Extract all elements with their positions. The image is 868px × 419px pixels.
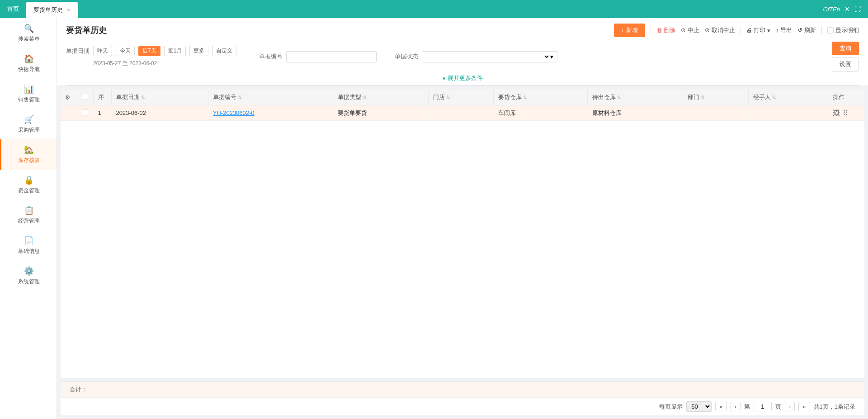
delete-button[interactable]: 🗑 删除 (656, 26, 676, 34)
main-layout: 🔍 搜索菜单 🏠 快捷导航 📊 销售管理 🛒 采购管理 🏡 库存核算 🔒 资金管… (0, 18, 868, 419)
no-sort-icon[interactable]: ⇅ (238, 95, 242, 100)
sidebar-label-nav: 快捷导航 (18, 66, 40, 73)
cancel-stop-button[interactable]: ⊘ 取消中止 (705, 26, 735, 34)
row-settings (61, 105, 77, 121)
display-cols-label: 显示明细 (835, 26, 859, 34)
billno-filter-label: 单据编号 (259, 52, 283, 61)
date-btn-today[interactable]: 今天 (116, 46, 135, 56)
th-ops: 操作 (828, 90, 864, 105)
settings-button[interactable]: 设置 (832, 57, 859, 71)
tab-bill-history[interactable]: 要货单历史 ✕ (26, 2, 78, 18)
sidebar-item-system[interactable]: ⚙️ 系统管理 (0, 261, 57, 291)
row-no[interactable]: YH-20230602-0 (208, 105, 333, 121)
inventory-icon: 🏡 (24, 145, 34, 155)
billno-input[interactable] (286, 51, 377, 62)
query-button[interactable]: 查询 (832, 42, 859, 55)
per-page-label: 每页显示 (659, 403, 683, 411)
display-cols-checkbox[interactable] (827, 27, 834, 33)
display-cols-button[interactable]: 显示明细 (827, 26, 859, 34)
stop-button[interactable]: ⊘ 中止 (681, 26, 699, 34)
print-dropdown-icon[interactable]: ▾ (767, 27, 770, 34)
row-checkbox[interactable] (82, 109, 88, 115)
sidebar-item-operations[interactable]: 📋 经营管理 (0, 200, 57, 230)
th-type: 单据类型⇅ (333, 90, 429, 105)
per-page-select[interactable]: 50 100 200 (686, 401, 712, 412)
row-num: 1 (93, 105, 111, 121)
date-btn-7days[interactable]: 近7天 (138, 46, 160, 56)
export-button[interactable]: ↑ 导出 (776, 26, 792, 34)
type-sort-icon[interactable]: ⇅ (363, 95, 367, 100)
table-head: ⚙ 序 单据日期⇅ 单据编号⇅ 单据类型⇅ (61, 90, 864, 105)
status-filter-label: 单据状态 (395, 52, 418, 61)
table-body: 1 2023-06-02 YH-20230602-0 要货单要货 车间库 原材料… (61, 105, 864, 121)
stop-label: ⊘ 中止 (681, 26, 699, 34)
date-filter-btns: 昨天 今天 近7天 近1月 更多 自定义 (93, 46, 236, 56)
toolbar-divider-1 (651, 26, 651, 34)
sidebar-item-sales[interactable]: 📊 销售管理 (0, 79, 57, 109)
total-info: 共1页，1条记录 (814, 403, 855, 411)
nav-icon: 🏠 (24, 54, 34, 64)
sidebar-item-inventory[interactable]: 🏡 库存核算 (0, 139, 57, 170)
th-dept: 部门⇅ (683, 90, 749, 105)
first-page-btn[interactable]: « (715, 402, 726, 411)
sales-icon: 📊 (24, 84, 34, 94)
sidebar-label-operations: 经营管理 (18, 217, 40, 225)
status-dropdown-icon: ▾ (550, 53, 553, 60)
often-label: OfTEn (823, 6, 840, 13)
tab-close-icon[interactable]: ✕ (66, 7, 71, 13)
window-close-icon[interactable]: ✕ (844, 5, 850, 13)
handler-sort-icon[interactable]: ⇅ (772, 95, 776, 100)
th-no: 单据编号⇅ (208, 90, 333, 105)
filter-area: 单据日期 昨天 今天 近7天 近1月 更多 自定义 2023-05-27 至 2… (66, 42, 859, 86)
expand-more-btn[interactable]: ▾ 展开更多条件 (66, 74, 859, 82)
pagination-bar: 每页显示 50 100 200 « ‹ 第 页 › » 共1页，1条记录 (61, 397, 864, 415)
last-page-btn[interactable]: » (798, 402, 810, 411)
date-range-display: 2023-05-27 至 2023-06-02 (93, 60, 157, 67)
refresh-button[interactable]: ↺ 刷新 (797, 26, 816, 34)
op-icons: 🖼 ⠿ (833, 109, 859, 117)
new-button[interactable]: + 新增 (614, 24, 645, 37)
sidebar-item-search[interactable]: 🔍 搜索菜单 (0, 18, 57, 48)
status-select[interactable] (426, 53, 550, 61)
date-btn-yesterday[interactable]: 昨天 (93, 46, 112, 56)
sidebar: 🔍 搜索菜单 🏠 快捷导航 📊 销售管理 🛒 采购管理 🏡 库存核算 🔒 资金管… (0, 18, 57, 419)
row-view-icon[interactable]: 🖼 (833, 109, 840, 117)
window-maximize-icon[interactable]: ⛶ (854, 5, 861, 13)
dept-sort-icon[interactable]: ⇅ (701, 95, 705, 100)
date-btn-custom[interactable]: 自定义 (212, 46, 236, 56)
date-sort-icon[interactable]: ⇅ (141, 95, 145, 100)
next-page-btn[interactable]: › (785, 402, 795, 411)
toolbar-divider-3 (821, 26, 822, 34)
select-all-checkbox[interactable] (82, 94, 88, 100)
purchase-icon: 🛒 (24, 114, 34, 124)
sidebar-item-finance[interactable]: 🔒 资金管理 (0, 170, 57, 200)
delete-label: 🗑 删除 (656, 26, 676, 34)
row-more-icon[interactable]: ⠿ (843, 109, 848, 117)
print-button[interactable]: 🖨 打印 ▾ (746, 26, 771, 34)
sidebar-item-basic[interactable]: 📄 基础信息 (0, 230, 57, 261)
sidebar-item-purchase[interactable]: 🛒 采购管理 (0, 109, 57, 139)
sidebar-label-inventory: 库存核算 (18, 157, 40, 164)
status-select-wrap: ▾ (422, 51, 557, 62)
pending-sort-icon[interactable]: ⇅ (617, 95, 621, 100)
row-pending-warehouse: 原材料仓库 (588, 105, 683, 121)
row-no-link[interactable]: YH-20230602-0 (213, 110, 255, 116)
sidebar-item-nav[interactable]: 🏠 快捷导航 (0, 48, 57, 79)
page-input[interactable] (754, 402, 772, 411)
settings-gear-icon[interactable]: ⚙ (65, 94, 71, 101)
date-btn-more[interactable]: 更多 (189, 46, 208, 56)
tab-home[interactable]: 首页 (0, 0, 26, 18)
store-sort-icon[interactable]: ⇅ (446, 95, 450, 100)
table-row: 1 2023-06-02 YH-20230602-0 要货单要货 车间库 原材料… (61, 105, 864, 121)
date-btn-1month[interactable]: 近1月 (164, 46, 186, 56)
th-warehouse: 要货仓库⇅ (494, 90, 588, 105)
th-handler: 经手人⇅ (748, 90, 828, 105)
th-num: 序 (93, 90, 111, 105)
prev-page-btn[interactable]: ‹ (731, 402, 741, 411)
warehouse-sort-icon[interactable]: ⇅ (523, 95, 527, 100)
filter-row-1: 单据日期 昨天 今天 近7天 近1月 更多 自定义 2023-05-27 至 2… (66, 42, 859, 71)
toolbar-divider-2 (741, 26, 741, 34)
sidebar-label-basic: 基础信息 (18, 248, 40, 255)
sidebar-label-search: 搜索菜单 (18, 35, 40, 43)
finance-icon: 🔒 (24, 175, 34, 185)
